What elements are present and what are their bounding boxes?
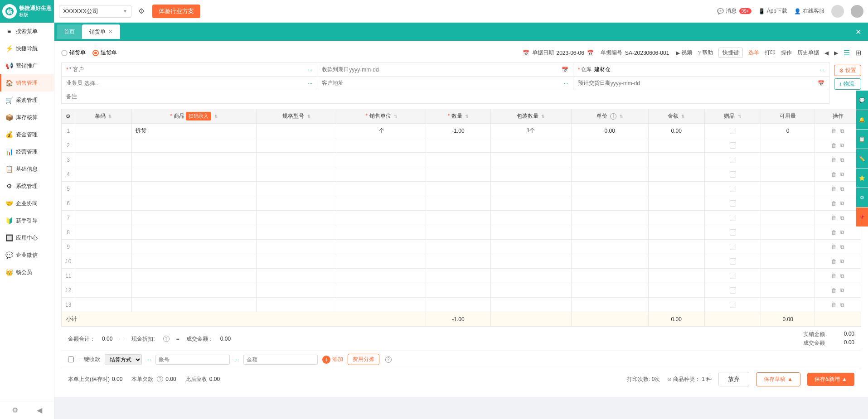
vri-btn-7[interactable]: 📌 — [856, 207, 868, 226]
th-price[interactable]: 单价 i ⇅ — [571, 109, 648, 124]
row-qty-1[interactable]: -1.00 — [426, 124, 490, 138]
gift-checkbox-4[interactable] — [730, 171, 736, 178]
row-spec-3[interactable] — [257, 153, 337, 167]
row-pack-13[interactable] — [490, 298, 571, 312]
row-barcode-9[interactable] — [75, 240, 131, 254]
remarks-input[interactable] — [84, 94, 824, 100]
company-selector[interactable]: XXXXXX公司 ▼ — [59, 5, 131, 18]
row-product-4[interactable] — [131, 167, 256, 182]
row-pack-1[interactable]: 1个 — [490, 124, 571, 138]
messages-btn[interactable]: 💬 消息 99+ — [717, 7, 752, 15]
row-copy-12[interactable]: ⧉ — [840, 287, 844, 294]
row-product-8[interactable] — [131, 225, 256, 240]
row-spec-11[interactable] — [257, 269, 337, 283]
row-copy-1[interactable]: ⧉ — [840, 128, 844, 134]
gift-checkbox-13[interactable] — [730, 302, 736, 308]
row-pack-2[interactable] — [490, 138, 571, 153]
row-delete-11[interactable]: 🗑 — [831, 273, 837, 279]
row-gift-3[interactable] — [704, 153, 761, 167]
vri-btn-5[interactable]: ⭐ — [856, 169, 868, 188]
row-delete-13[interactable]: 🗑 — [831, 302, 837, 308]
addr-dots[interactable]: ··· — [564, 80, 568, 87]
row-unit-10[interactable] — [337, 254, 426, 269]
row-product-1[interactable]: 拆货 — [131, 124, 256, 138]
row-gift-5[interactable] — [704, 182, 761, 196]
app-download-btn[interactable]: 📱 App下载 — [758, 7, 787, 15]
topbar-gear-btn[interactable]: ⚙ — [135, 5, 148, 18]
row-qty-9[interactable] — [426, 240, 490, 254]
row-delete-3[interactable]: 🗑 — [831, 157, 837, 163]
row-spec-1[interactable] — [257, 124, 337, 138]
row-gift-11[interactable] — [704, 269, 761, 283]
calendar-icon[interactable]: 📅 — [587, 50, 594, 56]
row-amount-11[interactable] — [648, 269, 704, 283]
settlement-select[interactable]: 结算方式 — [105, 354, 142, 365]
row-pack-6[interactable] — [490, 196, 571, 211]
row-barcode-8[interactable] — [75, 225, 131, 240]
row-price-10[interactable] — [571, 254, 648, 269]
customer-input[interactable] — [87, 67, 306, 73]
add-payment-btn[interactable]: + 添加 — [322, 356, 343, 364]
row-qty-2[interactable] — [426, 138, 490, 153]
row-gift-4[interactable] — [704, 167, 761, 182]
sidebar-item-system[interactable]: ⚙ 系统管理 — [0, 178, 54, 195]
row-copy-5[interactable]: ⧉ — [840, 186, 844, 192]
settings-btn[interactable]: ⚙ ⚙ 设置 设置 — [834, 65, 861, 76]
row-product-5[interactable] — [131, 182, 256, 196]
row-barcode-5[interactable] — [75, 182, 131, 196]
row-copy-10[interactable]: ⧉ — [840, 258, 844, 265]
tab-home[interactable]: 首页 — [57, 24, 82, 39]
row-amount-10[interactable] — [648, 254, 704, 269]
row-amount-1[interactable]: 0.00 — [648, 124, 704, 138]
row-barcode-1[interactable] — [75, 124, 131, 138]
row-price-7[interactable] — [571, 211, 648, 225]
customer-dots[interactable]: ··· — [308, 67, 312, 73]
th-amount[interactable]: 金额 ⇅ — [648, 109, 704, 124]
th-gift[interactable]: 赠品 ⇅ — [704, 109, 761, 124]
row-copy-9[interactable]: ⧉ — [840, 244, 844, 250]
row-product-13[interactable] — [131, 298, 256, 312]
gift-checkbox-6[interactable] — [730, 200, 736, 207]
row-qty-7[interactable] — [426, 211, 490, 225]
vri-btn-6[interactable]: ⚙ — [856, 188, 868, 207]
row-price-13[interactable] — [571, 298, 648, 312]
row-gift-1[interactable] — [704, 124, 761, 138]
abandon-btn[interactable]: 放弃 — [718, 372, 749, 386]
row-product-6[interactable] — [131, 196, 256, 211]
row-unit-2[interactable] — [337, 138, 426, 153]
row-qty-4[interactable] — [426, 167, 490, 182]
row-unit-3[interactable] — [337, 153, 426, 167]
print-btn[interactable]: 打印 — [765, 49, 776, 57]
row-barcode-3[interactable] — [75, 153, 131, 167]
row-product-9[interactable] — [131, 240, 256, 254]
row-barcode-12[interactable] — [75, 283, 131, 298]
row-qty-13[interactable] — [426, 298, 490, 312]
row-gift-12[interactable] — [704, 283, 761, 298]
row-copy-6[interactable]: ⧉ — [840, 200, 844, 207]
row-price-9[interactable] — [571, 240, 648, 254]
row-unit-8[interactable] — [337, 225, 426, 240]
row-qty-11[interactable] — [426, 269, 490, 283]
scan-btn[interactable]: 扫码录入 — [186, 112, 211, 120]
discount-info-icon[interactable]: ? — [163, 336, 170, 342]
expense-info-icon[interactable]: ? — [385, 356, 392, 363]
save-new-btn[interactable]: 保存&新增 ▲ — [807, 373, 854, 386]
gift-checkbox-1[interactable] — [730, 128, 736, 134]
gift-checkbox-10[interactable] — [730, 258, 736, 265]
user-avatar[interactable] — [831, 5, 844, 18]
row-price-4[interactable] — [571, 167, 648, 182]
row-price-5[interactable] — [571, 182, 648, 196]
row-unit-6[interactable] — [337, 196, 426, 211]
row-spec-5[interactable] — [257, 182, 337, 196]
row-spec-2[interactable] — [257, 138, 337, 153]
row-amount-9[interactable] — [648, 240, 704, 254]
tab-sales-order[interactable]: 销货单 ✕ — [82, 24, 120, 39]
row-amount-4[interactable] — [648, 167, 704, 182]
row-gift-2[interactable] — [704, 138, 761, 153]
sidebar-item-guide[interactable]: 🔰 新手引导 — [0, 212, 54, 229]
row-unit-11[interactable] — [337, 269, 426, 283]
gift-checkbox-11[interactable] — [730, 273, 736, 279]
row-qty-8[interactable] — [426, 225, 490, 240]
row-unit-5[interactable] — [337, 182, 426, 196]
row-product-7[interactable] — [131, 211, 256, 225]
